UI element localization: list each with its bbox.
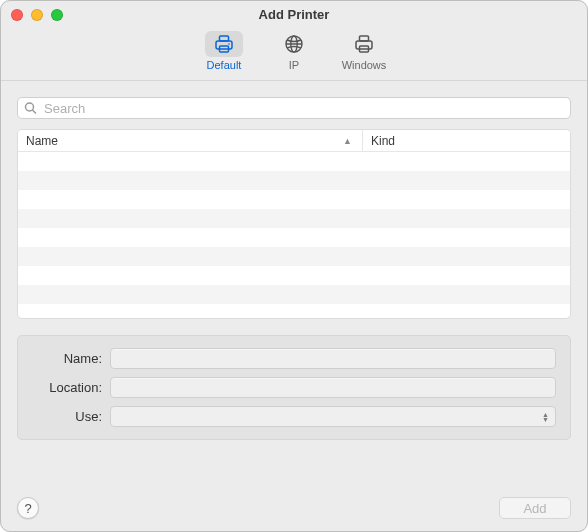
list-row bbox=[18, 247, 570, 266]
toolbar-tab-label: IP bbox=[289, 59, 299, 71]
location-label: Location: bbox=[24, 380, 110, 395]
printer-details-panel: Name: Location: Use: ▲▼ bbox=[17, 335, 571, 440]
svg-line-11 bbox=[33, 110, 37, 114]
help-button[interactable]: ? bbox=[17, 497, 39, 519]
zoom-window-button[interactable] bbox=[51, 9, 63, 21]
content-area: Name ▲ Kind Name: Lo bbox=[1, 81, 587, 531]
printer-network-icon bbox=[345, 31, 383, 57]
list-body bbox=[18, 152, 570, 318]
list-row bbox=[18, 304, 570, 318]
updown-chevron-icon: ▲▼ bbox=[542, 412, 549, 422]
column-header-kind[interactable]: Kind bbox=[363, 130, 570, 151]
column-header-label: Name bbox=[26, 134, 58, 148]
list-row bbox=[18, 285, 570, 304]
toolbar-tab-windows[interactable]: Windows bbox=[338, 31, 390, 71]
footer: ? Add bbox=[17, 483, 571, 519]
printer-icon bbox=[205, 31, 243, 57]
printer-list[interactable]: Name ▲ Kind bbox=[17, 129, 571, 319]
toolbar-tab-label: Default bbox=[207, 59, 242, 71]
list-row bbox=[18, 209, 570, 228]
toolbar-tab-ip[interactable]: IP bbox=[268, 31, 320, 71]
titlebar: Add Printer bbox=[1, 1, 587, 29]
sort-ascending-icon: ▲ bbox=[343, 136, 352, 146]
list-row bbox=[18, 190, 570, 209]
list-row bbox=[18, 152, 570, 171]
add-printer-window: Add Printer Default bbox=[0, 0, 588, 532]
svg-rect-0 bbox=[216, 41, 232, 49]
column-header-label: Kind bbox=[371, 134, 395, 148]
toolbar-tab-label: Windows bbox=[342, 59, 387, 71]
list-row bbox=[18, 228, 570, 247]
list-header: Name ▲ Kind bbox=[18, 130, 570, 152]
toolbar: Default IP Windo bbox=[1, 29, 587, 81]
globe-icon bbox=[275, 31, 313, 57]
column-header-name[interactable]: Name ▲ bbox=[18, 130, 363, 151]
svg-point-3 bbox=[228, 43, 230, 45]
list-row bbox=[18, 171, 570, 190]
name-field[interactable] bbox=[110, 348, 556, 369]
minimize-window-button[interactable] bbox=[31, 9, 43, 21]
svg-rect-8 bbox=[360, 36, 369, 41]
name-label: Name: bbox=[24, 351, 110, 366]
toolbar-tab-default[interactable]: Default bbox=[198, 31, 250, 71]
search-input[interactable] bbox=[17, 97, 571, 119]
use-label: Use: bbox=[24, 409, 110, 424]
svg-rect-1 bbox=[220, 36, 229, 41]
svg-rect-7 bbox=[356, 41, 372, 49]
location-field[interactable] bbox=[110, 377, 556, 398]
traffic-lights bbox=[11, 9, 63, 21]
list-row bbox=[18, 266, 570, 285]
use-popup[interactable]: ▲▼ bbox=[110, 406, 556, 427]
search-icon bbox=[24, 102, 37, 115]
add-button[interactable]: Add bbox=[499, 497, 571, 519]
search-field-wrap bbox=[17, 97, 571, 119]
close-window-button[interactable] bbox=[11, 9, 23, 21]
window-title: Add Printer bbox=[1, 7, 587, 22]
svg-point-10 bbox=[26, 103, 34, 111]
